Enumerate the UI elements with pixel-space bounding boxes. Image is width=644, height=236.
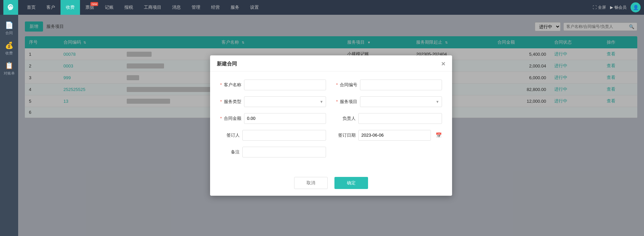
modal-overlay: 新建合同 ✕ * 客户名称 <box>18 15 644 236</box>
nav-operation[interactable]: 经营 <box>206 0 225 15</box>
modal-body: * 客户名称 * 合同编号 <box>210 72 452 172</box>
field-signer: 签订人 <box>220 130 326 141</box>
field-amount: * 合同金额 <box>220 113 326 124</box>
field-customer-name: * 客户名称 <box>220 80 326 90</box>
nav-menu: 首页 客户 收费 票据 new 记账 报税 工商项目 消息 管理 经营 服务 设… <box>18 0 593 15</box>
form-row-5: 备注 <box>220 147 442 157</box>
top-nav-right: ⛶ 全屏 ▶ 畅会员 👤 <box>593 2 641 12</box>
form-row-1: * 客户名称 * 合同编号 <box>220 80 442 90</box>
app-logo <box>3 0 18 15</box>
form-row-3: * 合同金额 负责人 <box>220 113 442 124</box>
fee-icon: 💰 <box>5 41 13 49</box>
fullscreen-icon: ⛶ <box>593 5 597 10</box>
field-note: 备注 <box>220 147 326 157</box>
fullscreen-button[interactable]: ⛶ 全屏 <box>593 5 606 10</box>
new-contract-modal: 新建合同 ✕ * 客户名称 <box>210 55 452 196</box>
calendar-icon[interactable]: 📅 <box>436 132 442 138</box>
form-row-2: * 服务类型 ▼ * <box>220 96 442 107</box>
service-item-select[interactable] <box>360 96 442 107</box>
vip-button[interactable]: ▶ 畅会员 <box>610 5 627 10</box>
nav-bookkeeping[interactable]: 记账 <box>99 0 119 15</box>
amount-input[interactable] <box>244 113 326 124</box>
avatar[interactable]: 👤 <box>631 2 641 12</box>
sidebar: 📄 合同 💰 收费 📋 对账单 <box>0 15 18 236</box>
nav-fee[interactable]: 收费 <box>61 0 80 15</box>
field-responsible: 负责人 <box>336 113 442 124</box>
form-row-4: 签订人 签订日期 📅 <box>220 130 442 141</box>
cancel-button[interactable]: 取消 <box>294 177 328 189</box>
field-contract-no: * 合同编号 <box>336 80 442 90</box>
service-type-wrap: ▼ <box>244 96 326 107</box>
nav-tax[interactable]: 报税 <box>119 0 138 15</box>
nav-customer[interactable]: 客户 <box>41 0 61 15</box>
service-type-select[interactable] <box>244 96 326 107</box>
new-badge: new <box>90 2 98 6</box>
nav-manage[interactable]: 管理 <box>186 0 206 15</box>
modal-close-button[interactable]: ✕ <box>441 61 445 67</box>
vip-icon: ▶ <box>610 5 613 10</box>
note-input[interactable] <box>242 147 326 157</box>
customer-name-input[interactable] <box>244 80 326 90</box>
modal-title: 新建合同 <box>217 61 237 67</box>
sidebar-item-contract[interactable]: 📄 合同 <box>0 18 18 38</box>
field-sign-date: 签订日期 📅 <box>336 130 442 141</box>
sidebar-item-fee[interactable]: 💰 收费 <box>0 38 18 58</box>
signer-input[interactable] <box>242 130 326 141</box>
responsible-input[interactable] <box>358 113 442 124</box>
nav-home[interactable]: 首页 <box>22 0 41 15</box>
service-item-wrap: ▼ <box>360 96 442 107</box>
main-layout: 📄 合同 💰 收费 📋 对账单 新增 服务项目 进行中 已完成 全部 <box>0 15 644 236</box>
contract-icon: 📄 <box>5 21 13 29</box>
field-service-type: * 服务类型 ▼ <box>220 96 326 107</box>
nav-ticket[interactable]: 票据 new <box>80 0 99 15</box>
nav-settings[interactable]: 设置 <box>245 0 264 15</box>
modal-footer: 取消 确定 <box>210 172 452 196</box>
main-content: 新增 服务项目 进行中 已完成 全部 🔍 序号 合 <box>18 15 644 236</box>
nav-business[interactable]: 工商项目 <box>138 0 167 15</box>
nav-message[interactable]: 消息 <box>167 0 186 15</box>
top-navigation: 首页 客户 收费 票据 new 记账 报税 工商项目 消息 管理 经营 服务 设… <box>0 0 644 15</box>
contract-no-input[interactable] <box>360 80 442 90</box>
statement-icon: 📋 <box>5 61 13 69</box>
modal-header: 新建合同 ✕ <box>210 55 452 72</box>
confirm-button[interactable]: 确定 <box>334 177 368 189</box>
sign-date-input[interactable] <box>358 130 431 141</box>
field-service-item: * 服务项目 ▼ <box>336 96 442 107</box>
nav-service[interactable]: 服务 <box>225 0 245 15</box>
sidebar-item-statement[interactable]: 📋 对账单 <box>0 58 18 79</box>
